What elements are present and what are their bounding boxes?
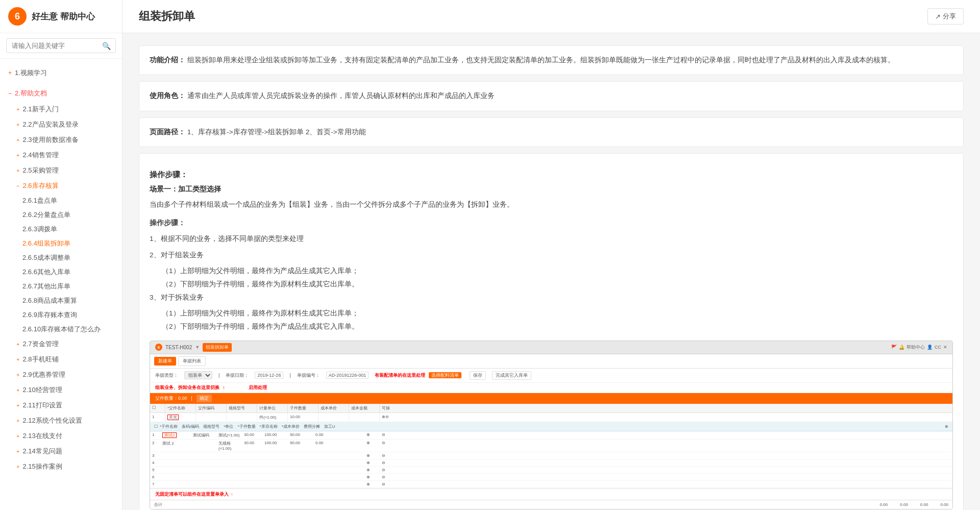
sidebar-item-payment[interactable]: + 2.13在线支付: [0, 428, 122, 444]
footer-total-cost: 0.00: [900, 502, 908, 507]
sidebar-item-new-users[interactable]: + 2.1新手入门: [0, 102, 122, 117]
sidebar-item-stock-error[interactable]: 2.6.10库存账本错了怎么办: [0, 322, 122, 336]
step3-1: （1）上部明细为父件明细，最终作为原材料生成其它出库单；: [150, 307, 953, 320]
sidebar-item-operations[interactable]: + 2.10经营管理: [0, 382, 122, 398]
sidebar-item-faq[interactable]: + 2.14常见问题: [0, 444, 122, 459]
sidebar-item-coupon[interactable]: + 2.9优惠券管理: [0, 367, 122, 382]
lower-table-rows: 1 测试2 测试编码 测试(≈1.00) 30.00 100.00 90.00 …: [150, 431, 952, 489]
th-checkbox: ☐: [150, 404, 165, 412]
sidebar-item-transfer[interactable]: 2.6.3调拨单: [0, 222, 122, 236]
td-cost-unit: [318, 413, 349, 422]
sidebar-item-settings[interactable]: + 2.12系统个性化设置: [0, 413, 122, 428]
sidebar-item-finance[interactable]: + 2.7资金管理: [0, 336, 122, 352]
lr5-ops2: ⊖: [380, 467, 395, 473]
search-icon[interactable]: 🔍: [102, 42, 111, 50]
btn-bom[interactable]: 选择配料清单: [429, 372, 461, 378]
sidebar-nav: + 1.视频学习 − 2.帮助文档 + 2.1新手入门 + 2.2产品安装及登录: [0, 59, 122, 510]
search-input[interactable]: [6, 38, 116, 53]
sidebar-item-cases[interactable]: + 2.15操作案例: [0, 459, 122, 474]
td-checkbox: 1: [150, 413, 165, 422]
td-ops: ⊕⊖: [380, 413, 395, 422]
close-icon[interactable]: ✕: [943, 345, 947, 350]
sidebar-item-cost-adjust[interactable]: 2.6.5成本调整单: [0, 251, 122, 265]
lr1-spec: 测试(≈1.00): [216, 431, 242, 439]
lr1-wh: 90.00: [288, 431, 313, 439]
lr7-no: 7: [150, 481, 160, 488]
lower-row-3: 3 ⊕ ⊖: [150, 452, 952, 459]
sidebar-item-other-in[interactable]: 2.6.6其他入库单: [0, 265, 122, 279]
field-no[interactable]: AD-20191226-001: [326, 372, 369, 379]
lr3-ops2: ⊖: [380, 452, 395, 459]
screenshot-upper-table-row: 1 关光 件(≈1.00) 10.00 ⊕⊖: [150, 413, 952, 422]
annotation2-text: 组装业务、拆卸业务在这里切换: [155, 384, 219, 391]
td-unit: 件(≈1.00): [257, 413, 288, 422]
sidebar-item-mobile[interactable]: + 2.8手机旺铺: [0, 352, 122, 367]
lr2-wh: 90.00: [288, 440, 313, 452]
annotation4-text: 无固定清单可以组件在这里置单录入: [155, 491, 229, 498]
sidebar-item-data-prep[interactable]: + 2.3使用前数据准备: [0, 132, 122, 148]
ann4-arrow: ↑: [231, 492, 233, 497]
arrow-icon: ↑: [223, 385, 225, 391]
screenshot-form-row1: 单据类型： 组装单 拆卸单 | 单据日期： 2019-12-26 | 单据编号：…: [150, 369, 952, 383]
td-parent-input[interactable]: 关光: [167, 415, 179, 420]
icon-bell: 🔔: [899, 345, 904, 350]
btn-action1[interactable]: 保存: [470, 371, 486, 380]
step1: 1、根据不同的业务，选择不同单据的类型来处理: [150, 232, 953, 246]
sidebar-item-stocktake[interactable]: 2.6.1盘点单: [0, 193, 122, 208]
plus-icon-12: +: [16, 418, 19, 424]
bar-submit[interactable]: 确定: [197, 395, 212, 402]
sidebar-item-inventory[interactable]: − 2.6库存核算: [0, 178, 122, 193]
lower-header-label6: *库存名称: [260, 424, 278, 429]
footer-total-tax: 0.00: [940, 502, 948, 507]
btn-action2[interactable]: 完成其它入库单: [492, 371, 531, 380]
lower-row-4: 4 ⊕ ⊖: [150, 459, 952, 467]
field-type-select[interactable]: 组装单 拆卸单: [184, 371, 212, 379]
lr2-qty: 100.00: [262, 440, 288, 452]
main-header: 组装拆卸单 ↗ 分享: [122, 0, 980, 33]
nav-section-videos: + 1.视频学习: [0, 63, 122, 83]
bar-label: 父件数量：0.00: [155, 395, 187, 402]
sidebar-children-inventory: 2.6.1盘点单 2.6.2分量盘点单 2.6.3调拨单 2.6.4组装拆卸单 …: [0, 193, 122, 336]
sidebar-item-other-out[interactable]: 2.6.7其他出库单: [0, 279, 122, 294]
app-name: 好生意 帮助中心: [32, 11, 95, 22]
lr1-name-input[interactable]: 测试2: [162, 432, 177, 438]
sidebar-item-assembly[interactable]: 2.6.4组装拆卸单: [0, 236, 122, 251]
td-cost-total: [349, 413, 380, 422]
tab-active[interactable]: 新建单: [154, 357, 176, 366]
sidebar-item-purchase[interactable]: + 2.5采购管理: [0, 163, 122, 178]
footer-label-total: 合计: [154, 502, 162, 507]
steps-title: 操作步骤：: [150, 170, 953, 180]
sidebar-item-cost-recalc[interactable]: 2.6.8商品成本重算: [0, 294, 122, 308]
sidebar-item-videos[interactable]: + 1.视频学习: [0, 65, 122, 81]
sidebar-item-docs[interactable]: − 2.帮助文档: [0, 85, 122, 102]
lr4-ops1: ⊕: [364, 459, 380, 466]
role-text: 通常由生产人员或库管人员完成拆装业务的操作，库管人员确认原材料的出库和产成品的入…: [187, 92, 495, 100]
sidebar-item-install[interactable]: + 2.2产品安装及登录: [0, 117, 122, 132]
lr1-name: 测试2: [160, 431, 191, 439]
sidebar-item-split-stocktake[interactable]: 2.6.2分量盘点单: [0, 208, 122, 222]
plus-icon-6: +: [16, 167, 19, 174]
lower-row-1: 1 测试2 测试编码 测试(≈1.00) 30.00 100.00 90.00 …: [150, 431, 952, 440]
main-content: 组装拆卸单 ↗ 分享 功能介绍： 组装拆卸单用来处理企业组装或拆卸等加工业务，支…: [122, 0, 980, 510]
scene-title: 场景一：加工类型选择: [150, 185, 953, 194]
field-label-date: 单据日期：: [226, 372, 249, 379]
screenshot-tab-bar: 新建单 单据列表: [150, 354, 952, 369]
sidebar-item-print[interactable]: + 2.11打印设置: [0, 398, 122, 413]
tab-list[interactable]: 单据列表: [178, 356, 206, 366]
th-parent-code: 父件编码: [196, 404, 227, 412]
sidebar-item-stock-ledger[interactable]: 2.6.9库存账本查询: [0, 308, 122, 322]
th-ops: 可操: [380, 404, 395, 412]
path-label: 页面路径：: [150, 128, 185, 136]
plus-icon: +: [8, 69, 12, 77]
lr2-ops1: ⊕: [364, 440, 380, 452]
intro-text: 组装拆卸单用来处理企业组装或拆卸等加工业务，支持有固定装配清单的产品加工业务，也…: [187, 56, 895, 64]
sidebar-item-sales[interactable]: + 2.4销售管理: [0, 148, 122, 163]
btn-new-order[interactable]: 组装拆卸单: [203, 343, 232, 352]
lr6-no: 6: [150, 474, 160, 480]
share-button[interactable]: ↗ 分享: [927, 8, 964, 25]
lower-header-label4: *单位: [224, 424, 233, 429]
field-date[interactable]: 2019-12-26: [255, 372, 283, 379]
lower-header-label7: *成本单价: [282, 424, 300, 429]
user-avatar: 👤: [927, 345, 933, 350]
bar-sep: |: [191, 396, 192, 401]
